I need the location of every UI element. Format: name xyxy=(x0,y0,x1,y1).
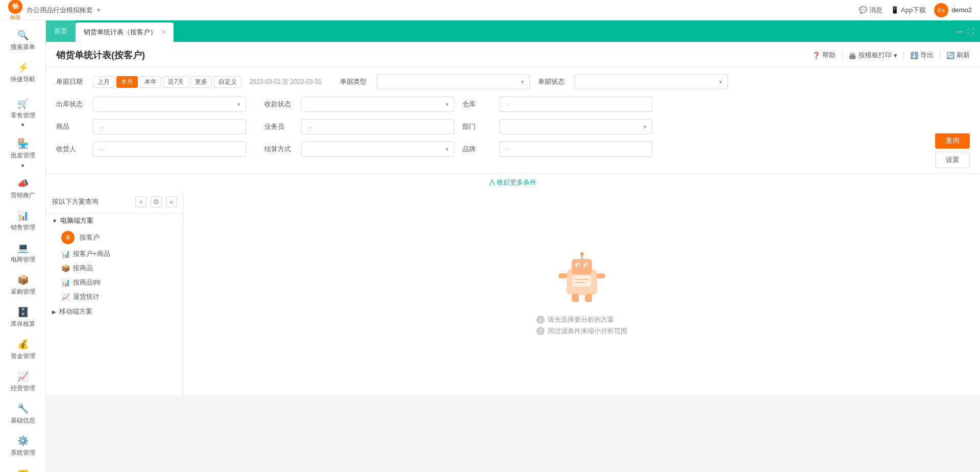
date-btn-this-month[interactable]: 本月 xyxy=(116,76,138,88)
ecommerce-icon: 💻 xyxy=(17,242,29,253)
date-btn-7days[interactable]: 近7天 xyxy=(163,76,188,88)
app-download-button[interactable]: 📱 App下载 xyxy=(891,6,926,15)
date-btn-more[interactable]: 更多 xyxy=(190,76,212,88)
logo: 畅 标版 xyxy=(8,0,22,21)
doc-type-select[interactable]: ▾ xyxy=(377,74,530,89)
out-status-label: 出库状态 xyxy=(56,100,85,109)
empty-tips: 1 请先选择要分析的方案 2 用过滤条件来缩小分析范围 xyxy=(536,313,627,338)
date-btn-this-year[interactable]: 本年 xyxy=(140,76,161,88)
sidebar-item-sales[interactable]: 📊 销售管理 xyxy=(0,205,45,237)
sidebar-item-search[interactable]: 🔍 搜索菜单 xyxy=(0,25,45,57)
help-button[interactable]: ❓ 帮助 xyxy=(812,51,836,60)
export-icon: ⬇️ xyxy=(910,52,918,59)
print-dropdown-icon: ▾ xyxy=(894,52,897,59)
filter-wrapper: 单据日期 上月 本月 本年 近7天 更多 自定义 2023-03-01 至 20… xyxy=(46,67,980,191)
message-button[interactable]: 💬 消息 xyxy=(859,6,883,15)
customer-product-label: 按客户+商品 xyxy=(73,249,110,258)
settings-scheme-button[interactable]: ⚙ xyxy=(151,196,162,207)
date-btn-last-month[interactable]: 上月 xyxy=(93,76,114,88)
svg-rect-9 xyxy=(585,294,592,302)
sidebar-item-wholesale[interactable]: 🏪 批发管理 ▲ xyxy=(0,133,45,173)
svg-rect-10 xyxy=(558,273,568,278)
brand-select[interactable]: ··· xyxy=(499,141,652,157)
sidebar-item-retail[interactable]: 🛒 零售管理 ▼ xyxy=(0,93,45,133)
salesman-select[interactable]: ··· xyxy=(301,119,454,134)
product-select[interactable]: ··· xyxy=(93,119,246,134)
warehouse-label: 仓库 xyxy=(462,100,491,109)
doc-type-dropdown-icon: ▾ xyxy=(521,79,524,85)
warehouse-select[interactable]: ··· xyxy=(499,97,652,112)
export-button[interactable]: ⬇️ 导出 xyxy=(910,51,934,60)
tree-item-by-customer[interactable]: 客 按客户 xyxy=(46,228,183,247)
tree-item-customer-product[interactable]: 📊 按客户+商品 xyxy=(46,247,183,261)
svg-rect-12 xyxy=(573,275,591,287)
enterprise-icon: 🤝 xyxy=(17,467,29,472)
refund-icon: 📈 xyxy=(61,293,70,301)
sidebar-item-marketing[interactable]: 📣 营销推广 xyxy=(0,173,45,205)
department-label: 部门 xyxy=(462,122,491,131)
sidebar-item-shortcut[interactable]: ⚡ 快捷导航 xyxy=(0,57,45,89)
tree-section-desktop[interactable]: ▼ 电脑端方案 xyxy=(46,213,183,228)
sidebar-item-operation[interactable]: 📈 经营管理 xyxy=(0,366,45,398)
sidebar-item-finance[interactable]: 💰 资金管理 xyxy=(0,334,45,366)
query-button[interactable]: 查询 xyxy=(935,133,970,149)
left-panel-actions: + ⚙ « xyxy=(135,196,177,207)
payment-status-select[interactable]: ▾ xyxy=(301,97,454,112)
operation-icon: 📈 xyxy=(17,371,29,382)
tab-bar: 首页 销货单统计表（按客户） × — ⛶ xyxy=(46,20,980,42)
out-status-dropdown-icon: ▾ xyxy=(237,101,240,108)
active-item-circle: 客 xyxy=(61,231,75,244)
shortcut-icon: ⚡ xyxy=(17,62,29,73)
sidebar-item-enterprise[interactable]: 🤝 企业协同 xyxy=(0,462,45,472)
mobile-section-label: 移动端方案 xyxy=(59,307,92,316)
department-select[interactable]: ▾ xyxy=(499,119,652,134)
date-buttons: 上月 本月 本年 近7天 更多 自定义 xyxy=(93,76,241,88)
system-icon: ⚙️ xyxy=(17,435,29,446)
tree-item-product99[interactable]: 📊 按商品99 xyxy=(46,275,183,290)
date-btn-custom[interactable]: 自定义 xyxy=(214,76,241,88)
separator-1 xyxy=(842,52,842,59)
tab-home[interactable]: 首页 xyxy=(46,20,76,42)
print-button[interactable]: 🖨️ 按模板打印 ▾ xyxy=(848,51,897,60)
tab-active[interactable]: 销货单统计表（按客户） × xyxy=(76,22,174,42)
tab-close-button[interactable]: × xyxy=(162,29,165,36)
title-dropdown-icon[interactable]: ▾ xyxy=(97,6,101,14)
collapse-bar[interactable]: ⋀ 收起更多条件 xyxy=(46,173,980,191)
collapse-panel-button[interactable]: « xyxy=(166,196,177,207)
retail-icon: 🛒 xyxy=(17,98,29,109)
refresh-button[interactable]: 🔄 刷新 xyxy=(946,51,970,60)
date-label: 单据日期 xyxy=(56,77,85,86)
add-scheme-button[interactable]: + xyxy=(135,196,146,207)
out-status-select[interactable]: ▾ xyxy=(93,97,246,112)
tree-item-product[interactable]: 📦 按商品 xyxy=(46,261,183,275)
payment-status-dropdown-icon: ▾ xyxy=(446,101,449,108)
marketing-icon: 📣 xyxy=(17,178,29,189)
payment-status-label: 收款状态 xyxy=(264,100,293,109)
maximize-icon[interactable]: ⛶ xyxy=(967,28,974,35)
empty-state: 1 请先选择要分析的方案 2 用过滤条件来缩小分析范围 xyxy=(536,249,627,338)
receiver-label: 收货人 xyxy=(56,145,85,154)
desktop-section-label: 电脑端方案 xyxy=(60,216,93,225)
svg-rect-8 xyxy=(572,294,579,302)
receiver-select[interactable]: ··· xyxy=(93,141,246,157)
message-icon: 💬 xyxy=(859,6,867,14)
sidebar-label-wholesale: 批发管理 xyxy=(11,151,35,160)
sidebar-item-ecommerce[interactable]: 💻 电商管理 xyxy=(0,237,45,269)
window-controls: — ⛶ xyxy=(957,20,980,42)
user-menu[interactable]: Ea demo2 xyxy=(934,3,972,17)
tree-section-mobile[interactable]: ▶ 移动端方案 xyxy=(46,304,183,319)
main-split: 按以下方案查询 + ⚙ « xyxy=(46,191,980,395)
settings-button[interactable]: 设置 xyxy=(935,152,970,168)
sidebar-label-search: 搜索菜单 xyxy=(11,43,35,52)
sidebar-item-purchase[interactable]: 📦 采购管理 xyxy=(0,269,45,301)
svg-rect-11 xyxy=(596,273,605,278)
tree-item-refund[interactable]: 📈 退货统计 xyxy=(46,290,183,304)
settlement-select[interactable]: ▾ xyxy=(301,141,454,157)
restore-icon[interactable]: — xyxy=(957,28,963,35)
sidebar-item-basic[interactable]: 🔧 基础信息 xyxy=(0,398,45,430)
empty-illustration xyxy=(551,249,612,305)
wholesale-expand-icon: ▲ xyxy=(20,162,26,168)
sidebar-item-inventory[interactable]: 🗄️ 库存核算 xyxy=(0,301,45,334)
doc-status-select[interactable]: ▾ xyxy=(575,74,728,89)
sidebar-item-system[interactable]: ⚙️ 系统管理 xyxy=(0,430,45,462)
